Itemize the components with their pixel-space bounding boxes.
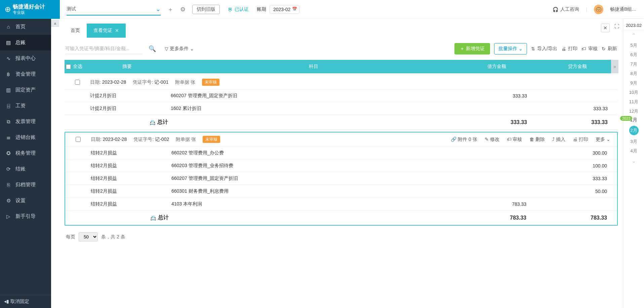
voucher-line[interactable]: 计提2月折旧 660207 管理费用_固定资产折旧 333.33 — [65, 89, 618, 102]
sidebar-item[interactable]: ▥固定资产 — [0, 82, 51, 98]
app-header: ⊕ 畅捷通好会计 专业版 测试 ⌄ ＋ ⚙ 切到旧版 ⛨ 已认证 账期 2023… — [0, 0, 644, 19]
period-year-label: 2023.02 — [623, 21, 644, 30]
plus-icon[interactable]: ＋ — [167, 5, 173, 13]
voucher-line[interactable]: 结转2月损益 660301 财务费用_利息费用 50.00 — [65, 185, 617, 197]
voucher-line[interactable]: 结转2月损益 660207 管理费用_固定资产折旧 333.33 — [65, 172, 617, 185]
sidebar-item[interactable]: ⧉发票管理 — [0, 114, 51, 129]
edit-button[interactable]: ✎ 修改 — [485, 137, 499, 143]
period-picker[interactable]: 2023-02 — [270, 5, 299, 14]
sidebar-item[interactable]: ✪税务管理 — [0, 145, 51, 161]
month-item[interactable]: 8月 — [629, 69, 638, 78]
cell-debit: 783.33 — [456, 201, 536, 207]
tab-view-voucher[interactable]: 查看凭证 ✕ — [87, 24, 126, 38]
sidebar-item[interactable]: ⌂首页 — [0, 19, 51, 35]
new-voucher-button[interactable]: ＋ 新增凭证 — [454, 43, 490, 54]
transfer-icon: ⇅ — [531, 46, 535, 51]
print-button[interactable]: 🖨打印 — [561, 46, 577, 52]
month-item[interactable]: 7月 — [629, 60, 638, 69]
close-icon[interactable]: ✕ — [115, 28, 119, 33]
sidebar-item[interactable]: ⟳结账 — [0, 161, 51, 177]
sidebar-item[interactable]: ≣进销台账 — [0, 129, 51, 145]
nav-icon: ▤ — [5, 40, 11, 46]
cell-summary: 计提2月折旧 — [83, 93, 171, 99]
sidebar: ⌂首页▤总账∿报表中心฿资金管理▥固定资产⌸工资⧉发票管理≣进销台账✪税务管理⟳… — [0, 19, 51, 308]
more-filter-button[interactable]: ▽更多条件 ⌄ — [165, 46, 194, 52]
page-size-select[interactable]: 50 — [79, 232, 98, 241]
gear-icon[interactable]: ⚙ — [180, 6, 186, 13]
search-input[interactable]: 可输入凭证号/摘要/科目/金额... — [65, 44, 143, 54]
logo-area: ⊕ 畅捷通好会计 专业版 — [0, 0, 60, 19]
voucher-card[interactable]: 日期: 2023-02-28 凭证字号: 记-001 附单据 张 未审核 计提2… — [65, 75, 618, 130]
attachments-button[interactable]: 🔗 附件 0 张 — [451, 137, 477, 143]
printer-icon: 🖨 — [561, 46, 566, 51]
nav-label: 资金管理 — [15, 71, 36, 77]
status-badge: 未审核 — [203, 136, 220, 143]
month-item[interactable]: 12月 — [629, 107, 638, 116]
tab-home[interactable]: 首页 — [64, 24, 87, 38]
select-all-checkbox[interactable] — [66, 64, 71, 69]
print-row-button[interactable]: 🖨 打印 — [573, 137, 588, 143]
consult-button[interactable]: 🎧人工咨询 — [553, 6, 579, 12]
unpin-sidebar[interactable]: ◂▮ 取消固定 — [0, 295, 51, 308]
nav-label: 结账 — [15, 166, 26, 172]
verified-text: 已认证 — [235, 6, 249, 12]
month-item[interactable]: 2月 — [629, 124, 639, 137]
more-row-button[interactable]: 更多 ⌄ — [596, 137, 610, 143]
nav-icon: ⚙ — [5, 198, 11, 204]
org-selector[interactable]: 测试 ⌄ — [67, 3, 161, 15]
sidebar-item[interactable]: ⚙设置 — [0, 193, 51, 208]
sidebar-item[interactable]: ⎘归档管理 — [0, 177, 51, 193]
nav-label: 工资 — [15, 103, 26, 109]
sidebar-item[interactable]: ⌸工资 — [0, 98, 51, 114]
user-name[interactable]: 畅捷通B组... — [610, 6, 636, 12]
voucher-line[interactable]: 结转2月损益 660202 管理费用_办公费 300.00 — [65, 146, 617, 159]
search-icon[interactable]: 🔍 — [149, 45, 156, 52]
impexp-label: 导入/导出 — [537, 46, 557, 52]
audit-button[interactable]: 🏷审核 — [581, 46, 598, 52]
refresh-button[interactable]: ↻刷新 — [602, 46, 617, 52]
cell-summary: 计提2月折旧 — [83, 106, 171, 112]
tab-label: 查看凭证 — [93, 28, 112, 34]
sidebar-item[interactable]: ฿资金管理 — [0, 66, 51, 82]
expand-columns-button[interactable]: » — [611, 60, 618, 73]
month-item[interactable]: 5月 — [629, 41, 638, 50]
select-all-label[interactable]: 全选 — [73, 64, 82, 70]
pagination: 每页 50 条，共 2 条 — [59, 226, 623, 248]
voucher-line[interactable]: 结转2月损益 4103 本年利润 783.33 — [65, 197, 617, 210]
scroll-up-icon[interactable]: ⌃ — [632, 32, 636, 39]
audit-row-button[interactable]: 🏷 审核 — [507, 137, 522, 143]
voucher-line[interactable]: 结转2月损益 660203 管理费用_业务招待费 100.00 — [65, 159, 617, 172]
cell-subject: 1602 累计折旧 — [171, 106, 456, 112]
month-item[interactable]: 6月 — [629, 50, 638, 60]
fullscreen-icon[interactable]: ⛶ — [614, 24, 619, 32]
avatar[interactable]: 🐵 — [594, 5, 603, 14]
month-item[interactable]: 10月 — [629, 88, 638, 97]
month-item[interactable]: 4月 — [629, 146, 639, 156]
month-item[interactable]: 11月 — [629, 97, 638, 107]
cell-subject: 4103 本年利润 — [171, 201, 456, 207]
row-checkbox[interactable] — [76, 137, 81, 142]
sidebar-item[interactable]: ∿报表中心 — [0, 50, 51, 66]
delete-button[interactable]: 🗑 删除 — [529, 137, 545, 143]
toolbar: 可输入凭证号/摘要/科目/金额... 🔍 ▽更多条件 ⌄ ＋ 新增凭证 批量操作… — [59, 38, 623, 60]
batch-action-button[interactable]: 批量操作⌄ — [494, 43, 527, 54]
month-item[interactable]: 1月 — [630, 117, 638, 122]
row-checkbox[interactable] — [75, 80, 80, 85]
more-label: 更多条件 — [170, 46, 189, 52]
refresh-label: 刷新 — [608, 46, 617, 52]
import-export-button[interactable]: ⇅导入/导出 — [531, 46, 557, 52]
cell-subject: 660202 管理费用_办公费 — [171, 150, 456, 156]
sidebar-item[interactable]: ▤总账 — [0, 35, 51, 50]
cell-subject: 660207 管理费用_固定资产折旧 — [171, 176, 456, 182]
nav-label: 税务管理 — [15, 150, 36, 156]
month-item[interactable]: 3月 — [629, 137, 639, 146]
switch-old-button[interactable]: 切到旧版 — [192, 5, 220, 14]
insert-button[interactable]: ⤴ 插入 — [552, 137, 565, 143]
cell-summary: 结转2月损益 — [84, 150, 171, 156]
month-item[interactable]: 9月 — [629, 78, 638, 88]
close-tab-button[interactable]: ✕ — [601, 24, 610, 32]
voucher-card[interactable]: 日期: 2023-02-28 凭证字号: 记-002 附单据 张 未审核 🔗 附… — [65, 132, 618, 226]
sidebar-item[interactable]: ▷新手引导 — [0, 208, 51, 224]
voucher-line[interactable]: 计提2月折旧 1602 累计折旧 333.33 — [65, 102, 618, 115]
scroll-down-icon[interactable]: ⌄ — [632, 158, 636, 164]
